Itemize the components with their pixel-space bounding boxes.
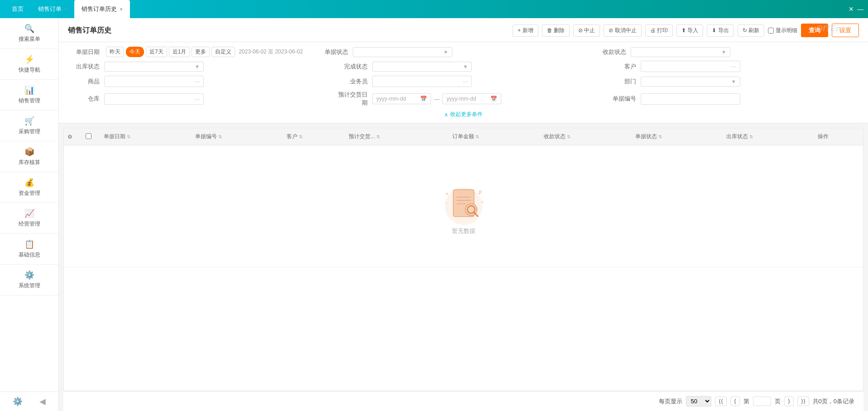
per-page-select[interactable]: 50 20 100 200 — [686, 396, 711, 406]
salesman-select[interactable]: ··· — [372, 76, 472, 87]
collapse-link[interactable]: ∧ 收起更多条件 — [68, 111, 859, 118]
top-bar-right: × — — [849, 5, 863, 14]
sidebar-item-finance[interactable]: 💰 资金管理 — [0, 172, 58, 203]
display-detail-label: 显示明细 — [776, 27, 797, 34]
table-header-row: ⚙ 单据日期 ⇅ 单据编号 — [64, 128, 863, 145]
th-payment-status-sort-icon: ⇅ — [567, 134, 571, 139]
expected-date-end[interactable]: yyyy-mm-dd 📅 — [442, 93, 501, 104]
tab-home[interactable]: 首页 — [5, 0, 31, 18]
date-btn-more[interactable]: 更多 — [192, 47, 210, 57]
th-payment-status[interactable]: 收款状态 ⇅ — [540, 128, 632, 145]
sidebar-item-quick-nav[interactable]: ⚡ 快捷导航 — [0, 49, 58, 80]
settings-gear-icon[interactable]: ⚙ — [67, 134, 72, 140]
sidebar-item-sales[interactable]: 📊 销售管理 — [0, 80, 58, 111]
th-delivery-status-sort-icon: ⇅ — [749, 134, 753, 139]
date-btn-custom[interactable]: 自定义 — [211, 47, 235, 57]
order-number-input[interactable] — [641, 93, 740, 105]
page-number-input[interactable]: 1 — [753, 396, 771, 406]
setting-button[interactable]: 设置 — [832, 24, 859, 37]
th-delivery-status[interactable]: 出库状态 ⇅ — [723, 128, 814, 145]
inventory-icon: 📦 — [24, 147, 34, 157]
page-prev-button[interactable]: ⟨ — [730, 396, 740, 406]
tab-sales-order[interactable]: 销售订单 × — [31, 0, 74, 18]
date-btn-yesterday[interactable]: 昨天 — [106, 47, 124, 57]
salesman-ellipsis: ··· — [463, 78, 468, 85]
import-button[interactable]: ⬆ 导入 — [676, 24, 703, 37]
page-first-button[interactable]: ⟨⟨ — [715, 396, 727, 406]
th-payment-status-sort[interactable]: 收款状态 ⇅ — [544, 133, 628, 140]
tab-sales-order-history[interactable]: 销售订单历史 × — [74, 0, 129, 18]
sidebar-item-search-label: 搜索菜单 — [19, 35, 40, 43]
th-order-status-sort[interactable]: 单据状态 ⇅ — [635, 133, 719, 140]
stop-button[interactable]: ⊘ 中止 — [573, 24, 600, 37]
department-select[interactable]: ▼ — [641, 77, 740, 87]
display-detail-checkbox[interactable]: 显示明细 — [768, 27, 797, 34]
th-amount[interactable]: 订单金额 ⇅ — [449, 128, 540, 145]
sidebar-item-inventory[interactable]: 📦 库存核算 — [0, 141, 58, 172]
window-close-icon[interactable]: × — [849, 5, 854, 14]
th-date[interactable]: 单据日期 ⇅ — [100, 128, 192, 145]
th-order-number-label: 单据编号 — [195, 133, 217, 140]
th-expected-delivery-sort[interactable]: 预计交货... ⇅ — [349, 133, 445, 140]
sidebar-settings-icon[interactable]: ⚙️ — [13, 396, 23, 406]
th-amount-sort[interactable]: 订单金额 ⇅ — [452, 133, 537, 140]
th-order-status[interactable]: 单据状态 ⇅ — [632, 128, 723, 145]
sidebar-item-operations[interactable]: 📈 经营管理 — [0, 203, 58, 234]
page-next-button[interactable]: ⟩ — [784, 396, 794, 406]
th-customer[interactable]: 客户 ⇅ — [283, 128, 345, 145]
payment-status-select[interactable]: ▼ — [631, 47, 730, 57]
payment-status-label: 收款状态 — [595, 48, 631, 56]
refresh-button[interactable]: ↻ 刷新 — [738, 24, 764, 37]
calendar-start-icon: 📅 — [420, 96, 427, 102]
top-bar: 首页 销售订单 × 销售订单历史 × × — — [0, 0, 868, 18]
completion-status-select[interactable]: ▼ — [372, 62, 472, 72]
th-customer-sort-icon: ⇅ — [299, 134, 302, 139]
th-settings[interactable]: ⚙ — [64, 128, 82, 145]
sidebar-item-system[interactable]: ⚙️ 系统管理 — [0, 265, 58, 295]
product-select[interactable]: ··· — [104, 76, 204, 87]
th-date-sort[interactable]: 单据日期 ⇅ — [104, 133, 188, 140]
th-customer-sort[interactable]: 客户 ⇅ — [287, 133, 341, 140]
date-btn-today[interactable]: 今天 — [126, 47, 144, 57]
sidebar: 🔍 搜索菜单 ⚡ 快捷导航 📊 销售管理 🛒 采购管理 📦 库存核算 💰 资金管… — [0, 18, 59, 411]
date-btn-1month[interactable]: 近1月 — [169, 47, 190, 57]
sidebar-item-basic-info[interactable]: 📋 基础信息 — [0, 234, 58, 265]
export-button[interactable]: ⬇ 导出 — [707, 24, 734, 37]
cancel-stop-button[interactable]: ⊘ 取消中止 — [604, 24, 641, 37]
main-layout: 🔍 搜索菜单 ⚡ 快捷导航 📊 销售管理 🛒 采购管理 📦 库存核算 💰 资金管… — [0, 18, 868, 411]
page-last-button[interactable]: ⟩⟩ — [797, 396, 809, 406]
select-all-checkbox[interactable] — [86, 133, 91, 139]
sidebar-item-search[interactable]: 🔍 搜索菜单 — [0, 18, 58, 49]
th-date-sort-icon: ⇅ — [127, 134, 130, 139]
th-amount-sort-icon: ⇅ — [475, 134, 479, 139]
tab-sales-order-label: 销售订单 — [38, 5, 62, 13]
svg-text:✦: ✦ — [445, 202, 447, 205]
per-page-label: 每页显示 — [659, 397, 682, 406]
th-order-number[interactable]: 单据编号 ⇅ — [192, 128, 283, 145]
tab-sales-order-history-close[interactable]: × — [120, 6, 122, 12]
delivery-status-select[interactable]: ▼ — [104, 62, 204, 72]
th-amount-label: 订单金额 — [452, 133, 474, 140]
pagination-bar: 每页显示 50 20 100 200 ⟨⟨ ⟨ 第 1 页 ⟩ ⟩⟩ 共0页，0… — [63, 391, 863, 411]
tab-sales-order-close[interactable]: × — [64, 6, 67, 12]
search-button[interactable]: 查询 — [801, 24, 828, 37]
delete-button[interactable]: 🗑 删除 — [542, 24, 570, 37]
sidebar-collapse-icon[interactable]: ◀ — [39, 396, 46, 406]
delivery-status-label: 出库状态 — [68, 63, 104, 71]
new-button[interactable]: + 新增 — [513, 24, 538, 37]
display-detail-input[interactable] — [768, 28, 774, 34]
warehouse-select[interactable]: ··· — [104, 93, 204, 105]
th-checkbox[interactable] — [82, 128, 100, 145]
order-status-select[interactable]: ▼ — [353, 47, 452, 57]
expected-date-start[interactable]: yyyy-mm-dd 📅 — [372, 93, 431, 104]
th-order-number-sort[interactable]: 单据编号 ⇅ — [195, 133, 279, 140]
window-minimize-icon[interactable]: — — [857, 5, 863, 13]
warehouse-label: 仓库 — [68, 95, 104, 103]
print-button[interactable]: 🖨 打印 — [645, 24, 673, 37]
customer-select[interactable]: ··· — [641, 61, 740, 72]
th-delivery-status-sort[interactable]: 出库状态 ⇅ — [726, 133, 810, 140]
sidebar-item-purchase[interactable]: 🛒 采购管理 — [0, 111, 58, 141]
operations-icon: 📈 — [24, 208, 34, 218]
th-expected-delivery[interactable]: 预计交货... ⇅ — [345, 128, 449, 145]
date-btn-7days[interactable]: 近7天 — [146, 47, 167, 57]
